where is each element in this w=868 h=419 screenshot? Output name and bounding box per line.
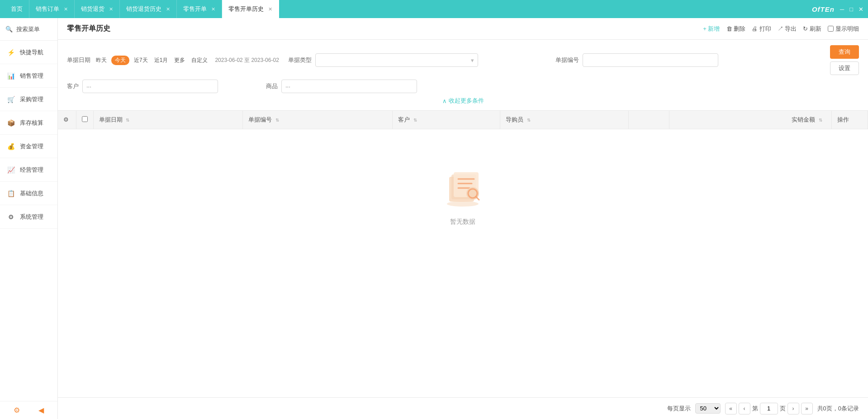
next-page-btn[interactable]: › (787, 403, 799, 414)
sidebar-item-sales-mgmt[interactable]: 📊 销售管理 (0, 64, 57, 88)
sidebar-item-purchase-mgmt[interactable]: 🛒 采购管理 (0, 88, 57, 111)
tab-sales-return-close[interactable]: ✕ (109, 6, 113, 12)
filter-row-2: 客户 商品 (67, 80, 859, 93)
table-body: 暂无数据 (58, 129, 868, 262)
date-btn-today[interactable]: 今天 (111, 56, 129, 65)
sidebar-operations-label: 经营管理 (20, 166, 43, 174)
th-guide-sort: ⇅ (527, 118, 531, 122)
query-button[interactable]: 查询 (830, 45, 859, 59)
main-layout: 🔍 搜索菜单 ⚡ 快捷导航 📊 销售管理 🛒 采购管理 📦 库存核算 💰 资金管… (0, 18, 868, 419)
th-amount-sort: ⇅ (819, 118, 822, 122)
sidebar-base-info-label: 基础信息 (20, 189, 43, 198)
sidebar-item-system-mgmt[interactable]: ⚙ 系统管理 (0, 205, 57, 229)
tab-home[interactable]: 首页 (5, 0, 29, 18)
tab-sales-return-history-close[interactable]: ✕ (166, 6, 170, 12)
delete-button[interactable]: 🗑 删除 (726, 25, 746, 33)
customer-input[interactable] (86, 83, 214, 90)
tab-retail-open[interactable]: 零售开单 ✕ (177, 0, 222, 18)
sidebar-item-quick-nav[interactable]: ⚡ 快捷导航 (0, 41, 57, 64)
add-button[interactable]: + 新增 (703, 25, 720, 33)
tab-retail-open-history[interactable]: 零售开单历史 ✕ (222, 0, 279, 18)
th-date[interactable]: 单据日期 ⇅ (93, 111, 243, 129)
empty-cell: 暂无数据 (58, 129, 868, 262)
tab-sales-order-close[interactable]: ✕ (64, 6, 68, 12)
tab-sales-return[interactable]: 销货退货 ✕ (75, 0, 120, 18)
select-all-checkbox[interactable] (82, 116, 88, 122)
finance-icon: 💰 (5, 141, 16, 152)
sidebar-inventory-label: 库存核算 (20, 119, 43, 127)
prev-page-btn[interactable]: ‹ (739, 403, 750, 414)
toolbar: + 新增 🗑 删除 🖨 打印 ↗ 导出 ↻ 刷新 显示明细 (703, 25, 859, 33)
tab-sales-order[interactable]: 销售订单 ✕ (29, 0, 75, 18)
first-page-btn[interactable]: « (725, 403, 737, 414)
goods-input[interactable] (285, 83, 413, 90)
export-button[interactable]: ↗ 导出 (778, 25, 797, 33)
th-docno[interactable]: 单据编号 ⇅ (243, 111, 393, 129)
window-controls: OfTEn ─ □ ✕ (812, 5, 863, 13)
sidebar-collapse-icon[interactable]: ◀ (38, 406, 44, 414)
tab-sales-order-label: 销售订单 (36, 5, 59, 13)
sidebar-finance-label: 资金管理 (20, 142, 43, 151)
sidebar-settings-icon[interactable]: ⚙ (14, 406, 20, 414)
tab-sales-return-history-label: 销货退货历史 (126, 5, 161, 13)
search-icon: 🔍 (5, 26, 13, 33)
page-num-input[interactable] (760, 403, 778, 414)
per-page-select[interactable]: 20 50 100 (695, 403, 721, 414)
date-btn-7days[interactable]: 近7天 (132, 56, 150, 65)
doc-type-select[interactable]: ▾ (315, 53, 478, 67)
th-date-sort: ⇅ (126, 118, 129, 122)
date-btn-custom[interactable]: 自定义 (190, 56, 209, 65)
tab-sales-return-label: 销货退货 (81, 5, 104, 13)
doc-num-input[interactable] (587, 57, 714, 64)
doc-num-input-wrap (583, 53, 718, 67)
date-btn-more[interactable]: 更多 (172, 56, 187, 65)
tab-sales-return-history[interactable]: 销货退货历史 ✕ (120, 0, 177, 18)
doc-num-label: 单据编号 (555, 56, 579, 64)
th-guide[interactable]: 导购员 ⇅ (500, 111, 628, 129)
sidebar-item-base-info[interactable]: 📋 基础信息 (0, 182, 57, 205)
display-detail-label: 显示明细 (835, 25, 859, 33)
tab-retail-open-history-close[interactable]: ✕ (268, 6, 272, 12)
sidebar-search[interactable]: 🔍 搜索菜单 (0, 18, 57, 41)
sidebar-sales-mgmt-label: 销售管理 (20, 72, 43, 80)
th-docno-label: 单据编号 (248, 116, 272, 123)
th-amount[interactable]: 实销金额 ⇅ (669, 111, 831, 129)
minimize-btn[interactable]: ─ (840, 6, 844, 13)
table-header-row: ⚙ 单据日期 ⇅ 单据编号 ⇅ (58, 111, 868, 129)
tab-home-label: 首页 (11, 5, 23, 13)
th-actions-label: 操作 (837, 116, 849, 123)
svg-point-0 (447, 201, 479, 207)
th-check[interactable] (76, 111, 93, 129)
display-detail-checkbox[interactable] (828, 26, 834, 32)
last-page-btn[interactable]: » (801, 403, 813, 414)
purchase-mgmt-icon: 🛒 (5, 94, 16, 105)
sidebar-item-operations[interactable]: 📈 经营管理 (0, 158, 57, 182)
tab-retail-open-label: 零售开单 (183, 5, 207, 13)
action-group: 查询 设置 (830, 45, 859, 75)
collapse-filters-btn[interactable]: ∧ 收起更多条件 (67, 97, 859, 105)
refresh-button[interactable]: ↻ 刷新 (803, 25, 821, 33)
goods-input-wrap (281, 80, 417, 93)
date-btn-1month[interactable]: 近1月 (152, 56, 170, 65)
sidebar-bottom: ⚙ ◀ (0, 401, 57, 419)
close-btn[interactable]: ✕ (859, 6, 863, 13)
sidebar-quick-nav-label: 快捷导航 (20, 48, 43, 56)
page-title: 零售开单历史 (67, 24, 703, 33)
base-info-icon: 📋 (5, 188, 16, 199)
th-amount-label: 实销金额 (792, 116, 815, 123)
print-button[interactable]: 🖨 打印 (752, 25, 771, 33)
inventory-icon: 📦 (5, 118, 16, 128)
sidebar-item-inventory[interactable]: 📦 库存核算 (0, 111, 57, 135)
th-customer[interactable]: 客户 ⇅ (393, 111, 500, 129)
sidebar-search-label: 搜索菜单 (16, 25, 40, 33)
date-btn-yesterday[interactable]: 昨天 (94, 56, 109, 65)
table-header: ⚙ 单据日期 ⇅ 单据编号 ⇅ (58, 111, 868, 129)
sidebar-item-finance[interactable]: 💰 资金管理 (0, 135, 57, 158)
date-label: 单据日期 (67, 56, 90, 64)
th-gear[interactable]: ⚙ (58, 111, 76, 129)
display-detail-switch[interactable]: 显示明细 (828, 25, 859, 33)
th-docno-sort: ⇅ (275, 118, 279, 122)
tab-retail-open-close[interactable]: ✕ (211, 6, 215, 12)
settings-button[interactable]: 设置 (830, 61, 859, 75)
maximize-btn[interactable]: □ (849, 6, 853, 13)
